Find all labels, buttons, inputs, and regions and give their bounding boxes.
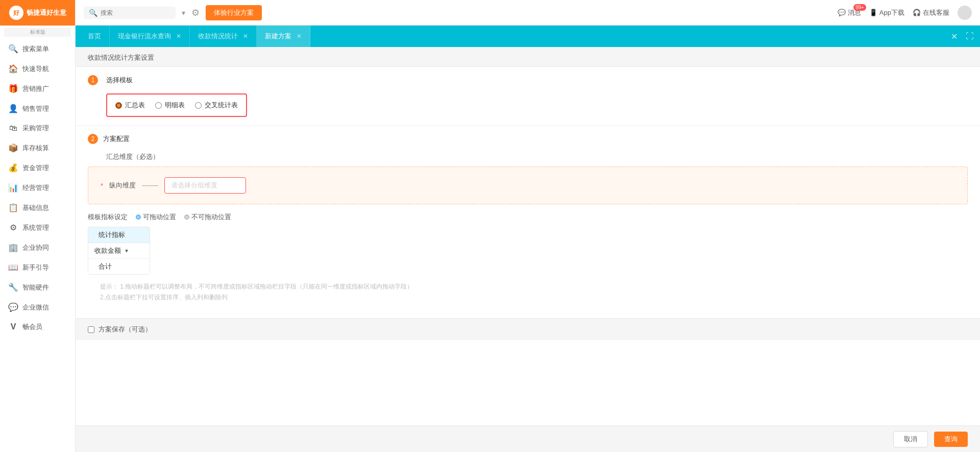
trial-button[interactable]: 体验行业方案	[206, 5, 262, 20]
tab-home[interactable]: 首页	[80, 26, 110, 47]
save-checkbox[interactable]	[88, 326, 94, 333]
radio-detail-label[interactable]: 明细表	[165, 101, 185, 110]
enterprise-icon: 🏢	[8, 243, 18, 252]
sidebar-item-inventory[interactable]: 📦 库存核算	[0, 138, 75, 158]
tab-collection-stats[interactable]: 收款情况统计 ✕	[190, 26, 257, 47]
sidebar-item-marketing[interactable]: 🎁 营销推广	[0, 79, 75, 99]
tab-home-label: 首页	[88, 32, 101, 41]
save-section: 方案保存（可选）	[76, 318, 980, 340]
query-button[interactable]: 查询	[934, 432, 968, 447]
service-icon: 🎧	[913, 9, 921, 16]
step1-label: 选择模板	[106, 76, 133, 85]
radio-summary-input[interactable]	[115, 102, 122, 109]
tab-expand-icon[interactable]: ⛶	[964, 30, 976, 43]
content-area: 收款情况统计方案设置 1 选择模板 汇总表 明细表	[76, 47, 980, 425]
sidebar-item-member[interactable]: V 畅会员	[0, 317, 75, 337]
footer: 取消 查询	[76, 425, 980, 452]
static-indicator: 不可拖动位置	[184, 212, 231, 222]
sales-icon: 👤	[8, 104, 18, 113]
sidebar-item-quick-nav[interactable]: 🏠 快速导航	[0, 59, 75, 79]
inventory-icon: 📦	[8, 143, 18, 153]
sidebar-item-purchase[interactable]: 🛍 采购管理	[0, 118, 75, 138]
sidebar-item-label: 资金管理	[22, 163, 49, 173]
radio-cross-input[interactable]	[195, 102, 202, 109]
metrics-header-row: 模板指标设定 可拖动位置 不可拖动位置	[88, 212, 968, 222]
step2-label: 方案配置	[103, 134, 130, 144]
step2-title-row: 2 方案配置	[88, 134, 968, 144]
tab-new-plan-close[interactable]: ✕	[297, 33, 302, 40]
sidebar-item-system[interactable]: ⚙ 系统管理	[0, 218, 75, 237]
dimension-select-placeholder: 请选择分组维度	[171, 181, 217, 189]
tab-cash-bank[interactable]: 现金银行流水查询 ✕	[110, 26, 190, 47]
metrics-table-header: 统计指标	[88, 227, 150, 243]
topbar-search-box[interactable]: 🔍	[84, 7, 176, 19]
sidebar: 好 畅捷通好生意 标准版 🔍 搜索菜单 🏠 快速导航 🎁 营销推广 👤 销售管理…	[0, 0, 76, 452]
tab-collection-stats-label: 收款情况统计	[198, 32, 238, 41]
dimension-area: * 纵向维度 —— 请选择分组维度	[88, 166, 968, 204]
sidebar-item-operations[interactable]: 📊 经营管理	[0, 178, 75, 198]
sidebar-item-sales[interactable]: 👤 销售管理	[0, 99, 75, 118]
sidebar-item-label: 系统管理	[22, 223, 49, 232]
purchase-icon: 🛍	[8, 124, 18, 133]
app-icon: 📱	[869, 9, 877, 16]
radio-cross[interactable]: 交叉统计表	[195, 101, 238, 110]
member-icon: V	[8, 322, 18, 331]
metrics-title: 模板指标设定	[88, 212, 128, 222]
radio-detail[interactable]: 明细表	[155, 101, 185, 110]
save-label[interactable]: 方案保存（可选）	[99, 325, 152, 334]
finance-icon: 💰	[8, 163, 18, 173]
logo-icon: 好	[9, 6, 23, 20]
online-service-item[interactable]: 🎧 在线客服	[913, 8, 949, 17]
content-inner: 收款情况统计方案设置 1 选择模板 汇总表 明细表	[76, 47, 980, 425]
sidebar-item-enterprise[interactable]: 🏢 企业协同	[0, 237, 75, 257]
radio-summary[interactable]: 汇总表	[115, 101, 145, 110]
sidebar-item-label: 搜索菜单	[22, 44, 49, 54]
sidebar-item-finance[interactable]: 💰 资金管理	[0, 158, 75, 178]
tab-collection-stats-close[interactable]: ✕	[243, 33, 248, 40]
smart-hw-icon: 🔧	[8, 282, 18, 292]
cancel-button[interactable]: 取消	[893, 431, 928, 447]
tips-line-2: 2.点击标题栏下拉可设置排序、插入列和删除列	[100, 293, 955, 302]
dimension-title: 汇总维度（必选）	[106, 152, 968, 161]
marketing-icon: 🎁	[8, 84, 18, 93]
page-title: 收款情况统计方案设置	[88, 54, 154, 61]
logo-text: 畅捷通好生意	[27, 9, 66, 17]
search-input[interactable]	[101, 9, 167, 16]
sidebar-item-wechat[interactable]: 💬 企业微信	[0, 297, 75, 317]
app-download-label: App下载	[879, 8, 904, 17]
tab-new-plan[interactable]: 新建方案 ✕	[257, 26, 310, 47]
draggable-dot	[136, 215, 141, 220]
app-download-item[interactable]: 📱 App下载	[869, 8, 904, 17]
radio-cross-label[interactable]: 交叉统计表	[205, 101, 238, 110]
topbar-chevron-icon[interactable]: ▾	[182, 9, 185, 17]
step2-badge: 2	[88, 134, 98, 144]
sidebar-item-guide[interactable]: 📖 新手引导	[0, 257, 75, 277]
sidebar-item-label: 企业微信	[22, 303, 49, 312]
tips-section: 提示： 1.拖动标题栏可以调整布局，不可跨维度或指标区域拖动栏目字段（只能在同一…	[88, 276, 968, 310]
tabbar: 首页 现金银行流水查询 ✕ 收款情况统计 ✕ 新建方案 ✕ ✕ ⛶	[76, 26, 980, 47]
radio-summary-label[interactable]: 汇总表	[125, 101, 145, 110]
tab-close-all-icon[interactable]: ✕	[949, 30, 960, 43]
sidebar-item-label: 智能硬件	[22, 283, 49, 292]
metrics-dropdown-icon[interactable]: ▾	[125, 247, 128, 254]
sidebar-item-smart-hw[interactable]: 🔧 智能硬件	[0, 277, 75, 297]
sidebar-item-label: 快速导航	[22, 64, 49, 74]
sidebar-item-label: 采购管理	[22, 124, 49, 133]
radio-detail-input[interactable]	[155, 102, 162, 109]
sidebar-item-basic-info[interactable]: 📋 基础信息	[0, 198, 75, 218]
topbar-gear-icon[interactable]: ⚙	[191, 7, 200, 18]
dimension-select[interactable]: 请选择分组维度	[164, 177, 246, 194]
sidebar-item-label: 经营管理	[22, 183, 49, 193]
notification-item[interactable]: 💬 消息 99+	[838, 8, 861, 17]
system-icon: ⚙	[8, 223, 18, 232]
dimension-arrow-icon: ——	[142, 181, 158, 190]
dimension-row: * 纵向维度 —— 请选择分组维度	[101, 177, 955, 194]
guide-icon: 📖	[8, 263, 18, 272]
metrics-item-row[interactable]: 收款金额 ▾	[88, 243, 150, 258]
sidebar-edition: 标准版	[4, 28, 71, 37]
user-avatar[interactable]	[958, 6, 972, 20]
sidebar-item-search-menu[interactable]: 🔍 搜索菜单	[0, 39, 75, 59]
sidebar-item-label: 基础信息	[22, 203, 49, 212]
tab-cash-bank-close[interactable]: ✕	[176, 33, 181, 40]
tips-line-1: 提示： 1.拖动标题栏可以调整布局，不可跨维度或指标区域拖动栏目字段（只能在同一…	[100, 282, 955, 291]
